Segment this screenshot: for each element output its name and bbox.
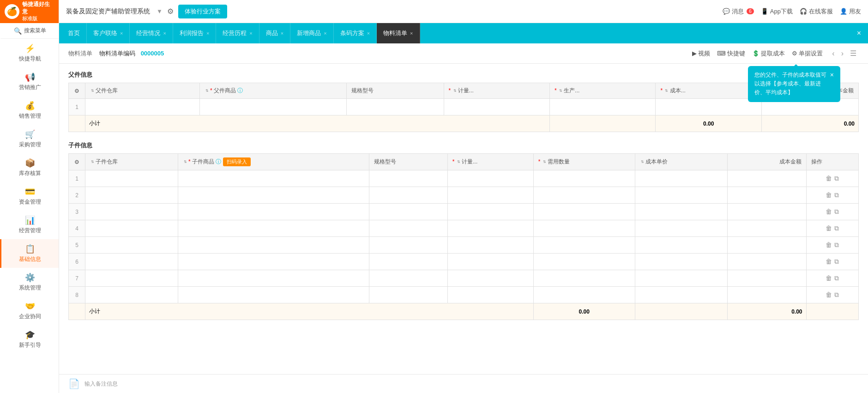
action-single-settings[interactable]: ⚙ 单据设置	[792, 49, 823, 58]
copy-icon-7[interactable]: ⧉	[834, 274, 839, 282]
parent-produce-cell[interactable]	[549, 99, 655, 115]
parent-spec-cell[interactable]	[347, 99, 444, 115]
child-needed-1[interactable]	[533, 170, 635, 187]
child-col-settings[interactable]: ⚙	[69, 154, 85, 170]
sort-icon4[interactable]: ⇅	[559, 89, 562, 93]
tab-new-goods-close[interactable]: ×	[324, 30, 326, 36]
tab-bom-close[interactable]: ×	[410, 30, 413, 36]
delete-icon-2[interactable]: 🗑	[826, 191, 832, 199]
notes-placeholder[interactable]: 输入备注信息	[84, 380, 118, 388]
info-icon[interactable]: ⓘ	[237, 87, 243, 94]
tab-customer-close[interactable]: ×	[120, 30, 123, 36]
sidebar-item-sales[interactable]: 💰 销售管理	[0, 96, 59, 125]
sidebar-item-finance[interactable]: 💳 资金管理	[0, 182, 59, 211]
delete-icon-7[interactable]: 🗑	[826, 274, 832, 282]
scan-button[interactable]: 扫码录入	[223, 157, 251, 166]
child-cost-price-1[interactable]	[635, 170, 728, 187]
action-get-cost[interactable]: 💲 提取成本	[752, 49, 785, 58]
info-icon-c[interactable]: ⓘ	[216, 158, 221, 165]
delete-icon-4[interactable]: 🗑	[826, 224, 832, 232]
tab-history[interactable]: 经营历程 ×	[216, 23, 259, 43]
child-row-1: 1 🗑 ⧉	[69, 170, 859, 187]
delete-icon-3[interactable]: 🗑	[826, 208, 832, 216]
tab-operations[interactable]: 经营情况 ×	[130, 23, 173, 43]
parent-goods-cell[interactable]	[199, 99, 347, 115]
settings-icon[interactable]: ⚙	[167, 7, 174, 16]
delete-icon-8[interactable]: 🗑	[826, 291, 832, 299]
tab-profit-close[interactable]: ×	[206, 30, 209, 36]
sort-icon-c5[interactable]: ⇅	[641, 160, 644, 164]
tabs-close-all[interactable]: ×	[852, 29, 866, 37]
sidebar-item-inventory[interactable]: 📦 库存核算	[0, 153, 59, 182]
child-unit-2[interactable]	[447, 187, 533, 204]
child-spec-1[interactable]	[369, 170, 447, 187]
sidebar-item-purchase[interactable]: 🛒 采购管理	[0, 125, 59, 153]
child-warehouse-2[interactable]	[85, 187, 178, 204]
sidebar-item-enterprise[interactable]: 🤝 企业协同	[0, 296, 59, 325]
system-dropdown-icon[interactable]: ▼	[157, 8, 163, 15]
sort-icon[interactable]: ⇅	[91, 89, 94, 93]
tab-operations-close[interactable]: ×	[163, 30, 166, 36]
child-warehouse-1[interactable]	[85, 170, 178, 187]
parent-col-settings[interactable]: ⚙	[69, 83, 85, 99]
sort-icon-c3[interactable]: ⇅	[457, 160, 460, 164]
trial-button[interactable]: 体验行业方案	[178, 5, 227, 18]
sidebar-item-system[interactable]: ⚙️ 系统管理	[0, 268, 59, 296]
child-goods-1[interactable]	[178, 170, 369, 187]
sort-icon-c1[interactable]: ⇅	[91, 160, 94, 164]
child-needed-2[interactable]	[533, 187, 635, 204]
prev-arrow[interactable]: ‹	[830, 48, 837, 59]
sort-icon2[interactable]: ⇅	[205, 89, 209, 93]
copy-icon-2[interactable]: ⧉	[834, 191, 839, 199]
tab-barcode[interactable]: 条码方案 ×	[334, 23, 377, 43]
sidebar-item-operations[interactable]: 📊 经营管理	[0, 211, 59, 239]
child-unit-1[interactable]	[447, 170, 533, 187]
support-item[interactable]: 🎧 在线客服	[800, 7, 833, 16]
sort-icon5[interactable]: ⇅	[665, 89, 668, 93]
copy-icon-3[interactable]: ⧉	[834, 208, 839, 216]
tooltip-close[interactable]: ×	[830, 70, 834, 80]
copy-icon-8[interactable]: ⧉	[834, 291, 839, 299]
tab-customer[interactable]: 客户联络 ×	[87, 23, 130, 43]
tab-goods[interactable]: 商品 ×	[259, 23, 290, 43]
message-label: 消息	[732, 7, 744, 16]
child-cost-price-2[interactable]	[635, 187, 728, 204]
copy-icon-4[interactable]: ⧉	[834, 224, 839, 232]
tab-goods-close[interactable]: ×	[281, 30, 283, 36]
copy-icon-1[interactable]: ⧉	[834, 175, 839, 182]
child-row-2: 2 🗑 ⧉	[69, 187, 859, 204]
user-item[interactable]: 👤 用友	[840, 7, 861, 16]
delete-icon-6[interactable]: 🗑	[826, 258, 832, 266]
tab-new-goods[interactable]: 新增商品 ×	[290, 23, 333, 43]
child-goods-2[interactable]	[178, 187, 369, 204]
message-item[interactable]: 💬 消息 6	[723, 7, 754, 16]
copy-icon-5[interactable]: ⧉	[834, 241, 839, 249]
sidebar-item-basic-info[interactable]: 📋 基础信息	[0, 239, 59, 268]
sort-icon-c4[interactable]: ⇅	[543, 160, 546, 164]
app-download-item[interactable]: 📱 App下载	[761, 7, 793, 16]
parent-warehouse-cell[interactable]	[85, 99, 200, 115]
tab-barcode-close[interactable]: ×	[367, 30, 370, 36]
delete-icon-5[interactable]: 🗑	[826, 241, 832, 249]
delete-icon-1[interactable]: 🗑	[826, 175, 832, 182]
menu-icon[interactable]: ☰	[848, 48, 859, 59]
child-spec-2[interactable]	[369, 187, 447, 204]
copy-icon-6[interactable]: ⧉	[834, 258, 839, 266]
tab-profit[interactable]: 利润报告 ×	[173, 23, 216, 43]
sidebar-item-marketing[interactable]: 📢 营销推广	[0, 67, 59, 96]
sidebar-item-guide[interactable]: 🎓 新手引导	[0, 325, 59, 354]
child-table: ⚙ ⇅ 子件仓库 ⇅ * 子件商品 ⓘ 扫码录入 规格型号	[68, 153, 859, 320]
sidebar-item-search[interactable]: 🔍 搜索菜单	[0, 23, 59, 39]
sidebar-item-quick-nav[interactable]: ⚡ 快捷导航	[0, 39, 59, 67]
parent-unit-cell[interactable]	[444, 99, 549, 115]
tab-history-close[interactable]: ×	[249, 30, 252, 36]
sort-icon3[interactable]: ⇅	[453, 89, 457, 93]
tab-home[interactable]: 首页	[61, 23, 87, 43]
tab-bom[interactable]: 物料清单 ×	[377, 23, 420, 43]
parent-col-warehouse: ⇅ 父件仓库	[85, 83, 200, 99]
action-video[interactable]: ▶ 视频	[692, 49, 710, 58]
action-shortcuts[interactable]: ⌨ 快捷键	[717, 49, 745, 58]
sort-icon-c2[interactable]: ⇅	[184, 160, 187, 164]
parent-cost-cell[interactable]	[656, 99, 761, 115]
next-arrow[interactable]: ›	[839, 48, 846, 59]
